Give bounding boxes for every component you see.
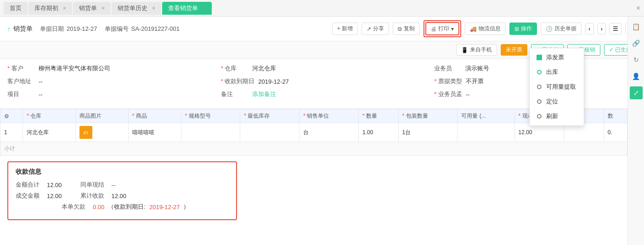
row-product: 嘻嘻嘻嘻 [128,123,181,142]
outbound-item[interactable]: 出库 [530,65,584,80]
locate-item[interactable]: 定位 [530,94,584,109]
col-spec: 规格型号 [181,109,240,123]
payment-date-label: 收款到期日 [221,77,255,85]
doc-date-value: 2019-12-27 [67,25,97,32]
same-order-value: -- [112,182,116,188]
operations-button[interactable]: ⊞ 操作 [509,23,537,35]
tab-bar: 首页 库存期初 × 销货单 × 销货单历史 × 查看销货单 × × [0,0,644,17]
col-gear: ⚙ [0,109,23,123]
cumulative-label: 累计收款 [80,192,108,200]
payment-row-1: 金额合计 12.00 同单现结 -- [16,181,229,189]
col-product: 商品 [128,109,181,123]
sidebar-user-icon[interactable]: 👤 [630,70,643,83]
row-unit: 台 [299,123,359,142]
row-no: 1 [0,123,23,142]
doc-header: ↑ 销货单 单据日期 2019-12-27 单据编号 SA-20191227-0… [0,17,644,41]
tab-home[interactable]: 首页 [4,2,28,15]
customer-value: 柳州粤港平安气体有限公司 [39,64,110,73]
tab-close-sales[interactable]: × [102,5,105,11]
project-label: 项目 [7,90,35,98]
tab-close-inventory[interactable]: × [63,5,66,11]
add-notes-link[interactable]: 添加备注 [252,90,276,98]
new-button[interactable]: + 新增 [332,23,358,35]
copy-icon: ⧉ [398,26,402,32]
tab-inventory-init[interactable]: 库存期初 × [28,2,72,15]
staff2-label: 业务员孟 [434,90,462,98]
total-label: 金额合计 [16,181,43,189]
tab-close-history[interactable]: × [152,5,155,11]
share-button[interactable]: ↗ 分享 [362,23,389,35]
quantity-extract-item[interactable]: 可用量提取 [530,80,584,94]
subtotal-row: 小计 [0,142,627,156]
row-qty: 1.00 [359,123,399,142]
payment-info: 收款信息 金额合计 12.00 同单现结 -- 成交金额 12.00 [7,161,237,220]
row-image: 🏷 [76,123,129,142]
history-icon: 🕒 [546,26,553,32]
payment-title: 收款信息 [16,168,229,176]
total-value: 12.00 [47,182,62,188]
owed-item [16,203,43,211]
deal-item: 成交金额 12.00 [16,192,62,200]
project-field: 项目 -- [7,90,210,98]
doc-meta: 单据日期 2019-12-27 单据编号 SA-20191227-001 [40,25,180,33]
doc-type-label: 销货单 [13,25,33,33]
row-available [458,123,514,142]
col-pack: 包装数量 [398,109,458,123]
next-record-button[interactable]: › [598,23,606,34]
warehouse-label: 仓库 [221,64,249,73]
not-opened-button[interactable]: 未开票 [501,44,527,56]
doc-no-value: SA-20191227-001 [131,25,180,32]
subtotal-label: 小计 [0,142,627,156]
staff2-value: -- [466,91,470,98]
payment-row-3: 本单欠款 0.00 （收款到期日: 2019-12-27 ） [16,203,229,211]
payment-row-2: 成交金额 12.00 累计收款 12.00 [16,192,229,200]
add-invoice-item[interactable]: 添发票 [530,50,584,65]
staff-value: 演示账号 [465,64,489,73]
print-icon: 🖨 [431,26,436,32]
tab-sales-order[interactable]: 销货单 × [73,2,111,15]
prev-record-button[interactable]: ‹ [585,23,593,34]
tab-close-view[interactable]: × [203,5,206,11]
tab-view-sales-order[interactable]: 查看销货单 × [162,2,212,15]
gear-icon[interactable]: ⚙ [4,113,9,120]
doc-icon: ↑ [7,25,11,33]
project-value: -- [39,91,43,98]
payment-date-field: 收款到期日 2019-12-27 [221,77,424,85]
notes-label: 备注 [221,90,249,98]
bottom-section: 收款信息 金额合计 12.00 同单现结 -- 成交金额 12.00 [0,156,627,226]
address-field: 客户地址 -- [7,77,210,85]
owed-value: 0.00 [93,204,104,211]
view-toggle-button[interactable]: ☰ [610,23,621,34]
sidebar-link-icon[interactable]: 🔗 [630,37,643,50]
due-date-value: 2019-12-27 [149,204,180,211]
tab-close-all[interactable]: × [636,4,640,12]
staff-label: 业务员 [434,64,462,73]
main-content: ↑ 销货单 单据日期 2019-12-27 单据编号 SA-20191227-0… [0,17,644,245]
tab-sales-history[interactable]: 销货单历史 × [112,2,161,15]
from-phone-button[interactable]: 📱 来自手机 [456,44,497,56]
payment-date-value: 2019-12-27 [258,78,289,85]
customer-field: 客户 柳州粤港平安气体有限公司 [7,64,210,73]
col-image: 商品图片 [76,109,129,123]
refresh-item[interactable]: 刷新 [530,109,584,124]
customer-label: 客户 [7,64,35,73]
doc-title-area: ↑ 销货单 [7,25,33,33]
same-order-item: 同单现结 -- [80,181,116,189]
add-invoice-icon [536,54,542,61]
sidebar-edit-icon[interactable]: 📋 [630,20,643,33]
history-button[interactable]: 🕒 历史单据 [541,23,582,35]
sidebar-expand-icon[interactable]: ⤢ [630,86,643,99]
row-pack: 1台 [398,123,458,142]
copy-button[interactable]: ⧉ 复制 [393,23,420,35]
sidebar-refresh-icon[interactable]: ↻ [630,53,643,66]
cumulative-item: 累计收款 12.00 [80,192,127,200]
col-amount: 数 [604,109,627,123]
doc-date-item: 单据日期 2019-12-27 [40,25,97,33]
address-label: 客户地址 [7,77,35,85]
print-button[interactable]: 🖨 打印 ▾ [425,22,459,35]
owed-label: 本单欠款 [62,203,89,211]
share-icon: ↗ [367,26,371,32]
warehouse-value: 河北仓库 [252,64,276,73]
logistics-button[interactable]: 🚚 物流信息 [465,23,506,35]
print-dropdown-arrow: ▾ [451,26,454,32]
